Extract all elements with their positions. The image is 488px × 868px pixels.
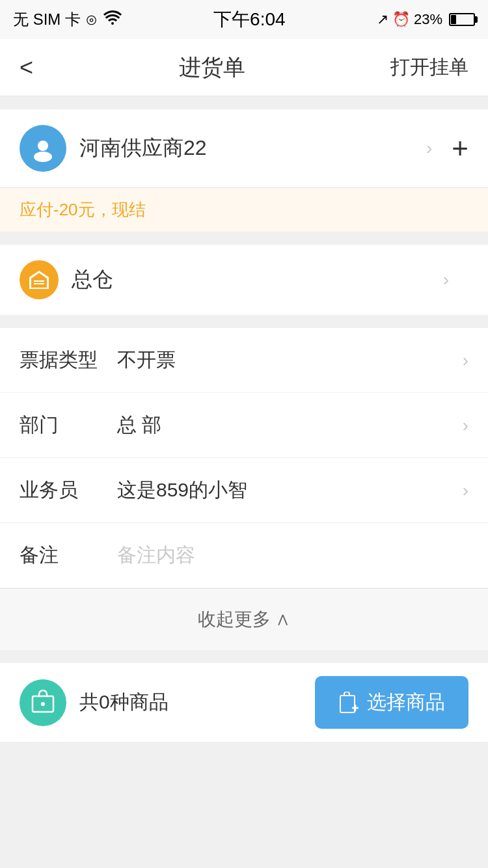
svg-point-1 xyxy=(34,152,52,162)
svg-point-0 xyxy=(38,141,48,151)
supplier-name: 河南供应商22 xyxy=(79,134,426,163)
form-section: 票据类型 不开票 › 部门 总 部 › 业务员 这是859的小智 › 备注 备注… xyxy=(0,328,488,650)
remark-row[interactable]: 备注 备注内容 xyxy=(0,523,488,588)
supplier-row[interactable]: 河南供应商22 › + xyxy=(0,109,488,188)
department-row[interactable]: 部门 总 部 › xyxy=(0,393,488,458)
add-supplier-button[interactable]: + xyxy=(452,134,468,163)
department-label: 部门 xyxy=(20,412,104,439)
warehouse-icon xyxy=(20,260,59,299)
open-pending-button[interactable]: 打开挂单 xyxy=(390,54,468,81)
warehouse-row[interactable]: 总仓 › xyxy=(0,245,488,315)
supplier-section: 河南供应商22 › + 应付-20元，现结 xyxy=(0,109,488,232)
remark-input[interactable]: 备注内容 xyxy=(104,542,468,569)
notice-bar: 应付-20元，现结 xyxy=(0,188,488,232)
status-bar: 无 SIM 卡 ⊙ 下午6:04 ↗ ⏰ 23% xyxy=(0,0,488,39)
status-right: ↗ ⏰ 23% xyxy=(377,11,475,28)
department-value: 总 部 xyxy=(104,412,463,439)
gap-1 xyxy=(0,96,488,109)
collapse-label: 收起更多 ∧ xyxy=(198,609,291,629)
svg-rect-4 xyxy=(340,696,355,712)
product-icon xyxy=(20,679,66,726)
ticket-type-value: 不开票 xyxy=(104,347,463,373)
bottom-space xyxy=(0,742,488,868)
warehouse-name: 总仓 xyxy=(72,265,443,294)
product-count: 共0种商品 xyxy=(79,689,302,716)
department-chevron-icon: › xyxy=(463,415,468,436)
location-icon: ↗ xyxy=(377,11,388,28)
remark-label: 备注 xyxy=(20,542,104,569)
salesperson-label: 业务员 xyxy=(20,477,104,504)
ticket-type-label: 票据类型 xyxy=(20,347,104,373)
supplier-chevron-icon: › xyxy=(426,138,432,159)
salesperson-chevron-icon: › xyxy=(463,480,468,501)
battery-percent: 23% xyxy=(414,11,442,28)
status-time: 下午6:04 xyxy=(213,7,286,32)
svg-point-3 xyxy=(41,702,45,706)
warehouse-chevron-icon: › xyxy=(443,269,449,290)
warehouse-section: 总仓 › xyxy=(0,245,488,315)
salesperson-row[interactable]: 业务员 这是859的小智 › xyxy=(0,458,488,523)
ticket-type-row[interactable]: 票据类型 不开票 › xyxy=(0,328,488,393)
salesperson-value: 这是859的小智 xyxy=(104,477,463,504)
status-left: 无 SIM 卡 ⊙ xyxy=(13,9,122,30)
gap-2 xyxy=(0,232,488,245)
nav-bar: < 进货单 打开挂单 xyxy=(0,39,488,96)
ticket-type-chevron-icon: › xyxy=(463,350,468,371)
wifi-icon xyxy=(103,10,122,29)
select-product-label: 选择商品 xyxy=(367,689,445,716)
sim-status: 无 SIM 卡 ⊙ xyxy=(13,9,98,30)
notice-text: 应付-20元，现结 xyxy=(20,200,146,219)
select-product-button[interactable]: 选择商品 xyxy=(315,676,468,729)
back-button[interactable]: < xyxy=(20,54,33,81)
page-title: 进货单 xyxy=(179,53,245,83)
bottom-bar: 共0种商品 选择商品 xyxy=(0,663,488,742)
alarm-icon: ⏰ xyxy=(392,11,410,28)
collapse-button[interactable]: 收起更多 ∧ xyxy=(0,588,488,650)
supplier-avatar xyxy=(20,125,66,172)
battery-icon xyxy=(449,13,475,26)
